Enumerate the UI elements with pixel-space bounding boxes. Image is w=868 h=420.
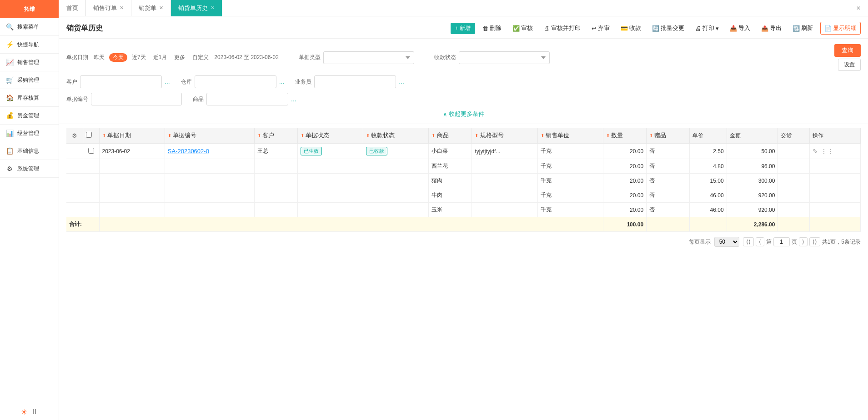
date-custom[interactable]: 自定义 (190, 53, 211, 62)
table-row: 猪肉 千克 20.00 否 15.00 300.00 (66, 174, 861, 188)
sidebar-bottom-icon1[interactable]: ☀ (21, 408, 27, 416)
quick-nav-icon: ⚡ (5, 40, 14, 49)
filter-salesperson: 业务员 ... (295, 75, 404, 88)
row-doc-no[interactable] (165, 203, 254, 217)
collect-status-select[interactable] (459, 51, 550, 64)
col-checkbox[interactable] (83, 128, 99, 144)
page-prev-button[interactable]: ⟨ (756, 237, 764, 246)
goods-dots[interactable]: ... (291, 95, 296, 103)
sidebar-item-basic-info[interactable]: 📋 基础信息 (0, 142, 59, 160)
salesperson-input[interactable] (314, 75, 396, 88)
row-doc-no[interactable] (165, 159, 254, 174)
print-button[interactable]: 🖨 打印 ▾ (692, 22, 722, 34)
col-doc-date[interactable]: ⬆ 单据日期 (99, 128, 165, 144)
customer-dots[interactable]: ... (165, 78, 170, 85)
tab-home[interactable]: 首页 (59, 0, 86, 16)
date-more[interactable]: 更多 (171, 53, 188, 62)
goods-input[interactable] (206, 93, 288, 105)
col-doc-no[interactable]: ⬆ 单据编号 (165, 128, 254, 144)
sidebar-item-system-mgmt[interactable]: ⚙ 系统管理 (0, 160, 59, 178)
col-customer[interactable]: ⬆ 客户 (254, 128, 297, 144)
col-transaction[interactable]: 交货 (778, 128, 810, 144)
row-doc-no[interactable] (165, 188, 254, 203)
row-checkbox[interactable] (83, 203, 99, 217)
warehouse-dots[interactable]: ... (279, 78, 285, 85)
summary-empty2 (647, 217, 690, 232)
audit-button[interactable]: ✅ 审核 (509, 22, 537, 34)
page-last-button[interactable]: ⟩⟩ (809, 237, 820, 246)
sidebar-item-search-menu[interactable]: 🔍 搜索菜单 (0, 18, 59, 36)
sidebar-bottom-icon2[interactable]: ⏸ (31, 408, 38, 416)
batch-change-button[interactable]: 🔄 批量变更 (648, 22, 688, 34)
select-all-checkbox[interactable] (86, 132, 92, 138)
delete-button[interactable]: 🗑 删除 (479, 22, 505, 34)
collapse-button[interactable]: ∧ 收起更多条件 (443, 110, 484, 118)
col-goods[interactable]: ⬆ 商品 (429, 128, 472, 144)
sidebar-item-finance-mgmt[interactable]: 💰 资金管理 (0, 107, 59, 125)
row-checkbox[interactable] (83, 174, 99, 188)
date-7days[interactable]: 近7天 (129, 53, 149, 62)
row-checkbox[interactable] (83, 144, 99, 159)
tab-sales-order[interactable]: 销售订单 ✕ (86, 0, 131, 16)
system-icon: ⚙ (5, 165, 14, 173)
row-action (810, 203, 861, 217)
table-settings-icon[interactable]: ⚙ (72, 132, 77, 139)
new-button[interactable]: + 新增 (451, 23, 475, 34)
row-check[interactable] (88, 148, 94, 154)
date-1month[interactable]: 近1月 (151, 53, 170, 62)
row-doc-no[interactable] (165, 174, 254, 188)
tab-close-all[interactable]: ✕ (849, 5, 868, 11)
doc-type-select[interactable] (323, 51, 414, 64)
more-icon[interactable]: ⋮⋮ (821, 148, 833, 155)
filter-row-2: 客户 ... 仓库 ... 业务员 ... (66, 75, 861, 88)
sidebar-item-sales-mgmt[interactable]: 📈 销售管理 (0, 54, 59, 71)
col-collect-status[interactable]: ⬆ 收款状态 (363, 128, 428, 144)
sidebar-item-ops-mgmt[interactable]: 📊 经营管理 (0, 125, 59, 142)
collect-button[interactable]: 💳 收款 (617, 22, 645, 34)
col-unit-price[interactable]: 单价 (690, 128, 727, 144)
salesperson-dots[interactable]: ... (399, 78, 404, 85)
row-spec (472, 159, 537, 174)
col-amount[interactable]: 金额 (727, 128, 778, 144)
collapse-section: ∧ 收起更多条件 (66, 110, 861, 118)
col-quantity[interactable]: ⬆ 数量 (603, 128, 646, 144)
tab-sales-history-close[interactable]: ✕ (211, 5, 215, 11)
summary-label: 合计: (66, 217, 99, 232)
customer-input[interactable] (80, 75, 162, 88)
page-next-button[interactable]: ⟩ (799, 237, 808, 246)
tab-sales-goods-close[interactable]: ✕ (159, 5, 163, 11)
export-button[interactable]: 📤 导出 (758, 22, 785, 34)
col-gift[interactable]: ⬆ 赠品 (647, 128, 690, 144)
row-checkbox[interactable] (83, 159, 99, 174)
warehouse-input[interactable] (195, 75, 276, 88)
set-button[interactable]: 设置 (838, 59, 861, 71)
tab-sales-goods[interactable]: 销货单 ✕ (131, 0, 171, 16)
refresh-button[interactable]: 🔃 刷新 (789, 22, 817, 34)
date-today[interactable]: 今天 (109, 53, 127, 62)
page-number-input[interactable]: 1 (773, 237, 790, 246)
edit-icon[interactable]: ✎ (813, 148, 818, 155)
filter-row-3: 单据编号 商品 ... (66, 93, 861, 105)
import-button[interactable]: 📥 导入 (726, 22, 754, 34)
col-doc-status[interactable]: ⬆ 单据状态 (297, 128, 363, 144)
page-first-button[interactable]: ⟨⟨ (743, 237, 754, 246)
row-checkbox[interactable] (83, 188, 99, 203)
search-menu-icon: 🔍 (5, 23, 14, 31)
doc-no-input[interactable] (91, 93, 182, 105)
query-button[interactable]: 查询 (834, 44, 861, 57)
show-detail-button[interactable]: 📄 显示明细 (820, 22, 861, 35)
col-spec[interactable]: ⬆ 规格型号 (472, 128, 537, 144)
row-doc-no[interactable]: SA-20230602-0 (165, 144, 254, 159)
col-sales-unit[interactable]: ⬆ 销售单位 (537, 128, 603, 144)
date-yesterday[interactable]: 昨天 (91, 53, 107, 62)
sidebar-item-purchase-mgmt[interactable]: 🛒 采购管理 (0, 71, 59, 89)
sidebar-item-quick-nav[interactable]: ⚡ 快捷导航 (0, 36, 59, 54)
tab-sales-history[interactable]: 销货单历史 ✕ (171, 0, 222, 16)
abandon-button[interactable]: ↩ 弃审 (588, 22, 613, 34)
col-doc-date-sort: ⬆ (102, 133, 106, 138)
audit-print-button[interactable]: 🖨 审核并打印 (540, 22, 584, 34)
col-settings[interactable]: ⚙ (66, 128, 83, 144)
sidebar-item-inventory-calc[interactable]: 🏠 库存核算 (0, 89, 59, 107)
tab-sales-order-close[interactable]: ✕ (120, 5, 124, 11)
page-size-select[interactable]: 102050100 (714, 237, 739, 247)
